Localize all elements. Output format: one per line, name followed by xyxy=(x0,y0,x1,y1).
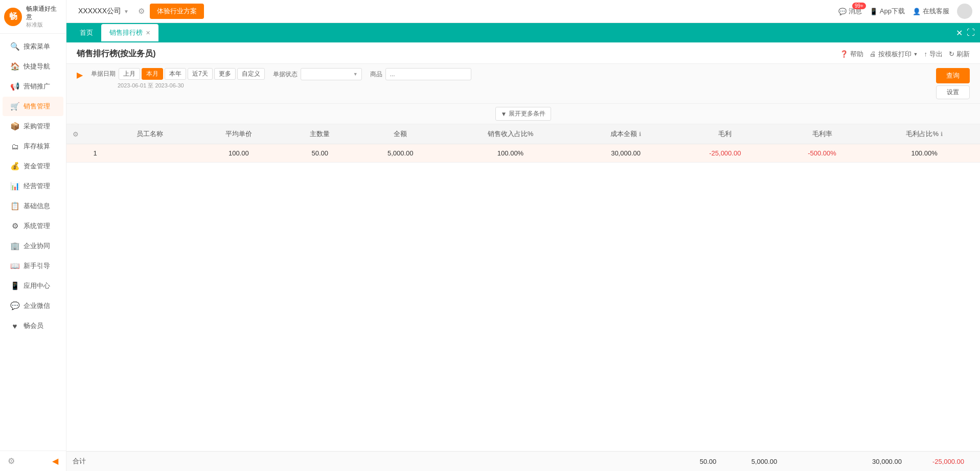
export-button[interactable]: ↑ 导出 xyxy=(924,50,943,59)
filter-collapse-btn[interactable]: ▶ xyxy=(77,68,83,80)
filter-settings-button[interactable]: 设置 xyxy=(936,85,970,99)
sidebar-item-enterprise[interactable]: 🏢 企业协同 xyxy=(3,236,63,256)
app-download-icon: 📱 xyxy=(870,8,878,15)
filter-action-buttons: 查询 设置 xyxy=(936,68,970,99)
tabbar-right-icons: ✕ ⛶ xyxy=(956,28,975,38)
cell-cost: 30,000.00 xyxy=(577,144,674,163)
sidebar-item-finance[interactable]: 💰 资金管理 xyxy=(3,156,63,176)
table-body: 1 100.00 50.00 5,000.00 100.00% 30,000.0… xyxy=(66,144,980,163)
collapse-arrow-icon[interactable]: ▶ xyxy=(77,70,83,80)
cell-qty: 50.00 xyxy=(283,144,357,163)
tab-sales-ranking[interactable]: 销售排行榜 ✕ xyxy=(101,24,158,41)
purchase-icon: 📦 xyxy=(10,122,19,131)
template-print-button[interactable]: 🖨 按模板打印 ▼ xyxy=(870,50,918,59)
cost-info-icon[interactable]: ℹ xyxy=(639,131,641,137)
export-icon: ↑ xyxy=(924,50,928,58)
sidebar-item-marketing[interactable]: 📢 营销推广 xyxy=(3,77,63,96)
goods-label: 商品 xyxy=(370,70,382,79)
logo-area: 畅 畅康通好生意 标准版 xyxy=(0,0,66,34)
col-avg-price: 平均单价 xyxy=(194,124,283,144)
cell-profit-rate: -500.00% xyxy=(776,144,869,163)
service-label: 在线客服 xyxy=(923,7,949,16)
cell-employee xyxy=(105,144,194,163)
data-table: ⚙ 员工名称 平均单价 主数量 全额 销售收入占比% 成本全额 ℹ 毛利 毛利率 xyxy=(66,124,980,163)
expand-more-row: ▼ 展开更多条件 xyxy=(66,104,980,124)
cell-settings xyxy=(66,144,85,163)
sidebar-collapse-icon[interactable]: ◀ xyxy=(52,456,58,466)
operations-icon: 📊 xyxy=(10,182,19,191)
status-label: 单据状态 xyxy=(273,70,298,79)
sidebar-item-operations[interactable]: 📊 经营管理 xyxy=(3,176,63,196)
tab-close-icon[interactable]: ✕ xyxy=(146,30,150,36)
status-select-wrapper xyxy=(301,68,362,80)
finance-icon: 💰 xyxy=(10,162,19,171)
date-range-display: 2023-06-01 至 2023-06-30 xyxy=(91,82,265,89)
date-btn-more[interactable]: 更多 xyxy=(214,68,236,80)
footer-label: 合计 xyxy=(73,457,103,466)
sidebar-item-apps[interactable]: 📱 应用中心 xyxy=(3,276,63,296)
sidebar-footer: ⚙ ◀ xyxy=(0,451,66,471)
goods-input[interactable] xyxy=(385,68,471,80)
date-btn-this-year[interactable]: 本年 xyxy=(165,68,186,80)
profit-pct-info-icon[interactable]: ℹ xyxy=(941,131,943,137)
date-btn-custom[interactable]: 自定义 xyxy=(237,68,265,80)
tab-home[interactable]: 首页 xyxy=(72,24,101,41)
footer-amount: 5,000.00 xyxy=(739,458,790,465)
topbar-gear-icon[interactable]: ⚙ xyxy=(138,7,145,16)
sidebar-item-wechat[interactable]: 💬 企业微信 xyxy=(3,296,63,316)
help-icon: ❓ xyxy=(840,50,848,58)
sidebar-item-quick-nav[interactable]: 🏠 快捷导航 xyxy=(3,57,63,76)
tab-close-window-icon[interactable]: ✕ xyxy=(956,28,963,38)
company-name: XXXXXX公司 xyxy=(78,7,121,16)
header-actions: ❓ 帮助 🖨 按模板打印 ▼ ↑ 导出 ↻ 刷新 xyxy=(840,50,970,59)
tab-fullscreen-icon[interactable]: ⛶ xyxy=(967,28,975,38)
sidebar-item-guide[interactable]: 📖 新手引导 xyxy=(3,256,63,276)
expand-more-button[interactable]: ▼ 展开更多条件 xyxy=(495,107,552,121)
message-icon: 💬 xyxy=(838,8,847,15)
sidebar-item-basic[interactable]: 📋 基础信息 xyxy=(3,196,63,216)
col-employee: 员工名称 xyxy=(105,124,194,144)
sidebar-item-search[interactable]: 🔍 搜索菜单 xyxy=(3,37,63,56)
sidebar-item-system[interactable]: ⚙ 系统管理 xyxy=(3,216,63,236)
date-btn-last-month[interactable]: 上月 xyxy=(119,68,140,80)
user-avatar[interactable] xyxy=(957,4,972,19)
sidebar-item-inventory[interactable]: 🗂 库存核算 xyxy=(3,137,63,156)
table-footer: 合计 50.00 5,000.00 30,000.00 -25,000.00 xyxy=(66,451,980,471)
sidebar-settings-icon[interactable]: ⚙ xyxy=(8,456,15,466)
app-download-button[interactable]: 📱 App下载 xyxy=(870,7,905,16)
col-amount: 全额 xyxy=(357,124,444,144)
col-sales-pct: 销售收入占比% xyxy=(444,124,577,144)
col-settings[interactable]: ⚙ xyxy=(66,124,85,144)
date-btn-7days[interactable]: 近7天 xyxy=(188,68,213,80)
cell-profit-pct: 100.00% xyxy=(869,144,980,163)
system-icon: ⚙ xyxy=(10,221,19,231)
service-icon: 👤 xyxy=(913,8,921,15)
cell-amount: 5,000.00 xyxy=(357,144,444,163)
online-service-button[interactable]: 👤 在线客服 xyxy=(913,7,949,16)
footer-qty: 50.00 xyxy=(688,458,728,465)
logo-icon: 畅 xyxy=(4,8,22,26)
refresh-icon: ↻ xyxy=(949,50,954,58)
query-button[interactable]: 查询 xyxy=(936,68,970,83)
col-cost: 成本全额 ℹ xyxy=(577,124,674,144)
refresh-button[interactable]: ↻ 刷新 xyxy=(949,50,970,59)
status-select[interactable] xyxy=(301,68,362,80)
guide-icon: 📖 xyxy=(10,261,19,271)
message-button[interactable]: 💬 消息 99+ xyxy=(838,7,862,16)
sidebar-item-purchase[interactable]: 📦 采购管理 xyxy=(3,117,63,136)
sales-icon: 🛒 xyxy=(10,102,19,111)
trial-button[interactable]: 体验行业方案 xyxy=(150,4,204,19)
table-header-row: ⚙ 员工名称 平均单价 主数量 全额 销售收入占比% 成本全额 ℹ 毛利 毛利率 xyxy=(66,124,980,144)
topbar: XXXXXX公司 ▼ ⚙ 体验行业方案 💬 消息 99+ 📱 App下载 👤 在… xyxy=(66,0,980,23)
date-filter-row: 单据日期 上月 本月 本年 近7天 更多 自定义 xyxy=(91,68,265,80)
date-buttons: 上月 本月 本年 近7天 更多 自定义 xyxy=(119,68,265,80)
sidebar: 畅 畅康通好生意 标准版 🔍 搜索菜单 🏠 快捷导航 📢 营销推广 🛒 销售管理… xyxy=(0,0,66,471)
help-button[interactable]: ❓ 帮助 xyxy=(840,50,863,59)
sidebar-item-member[interactable]: ♥ 畅会员 xyxy=(3,316,63,335)
date-btn-this-month[interactable]: 本月 xyxy=(142,68,163,80)
company-selector[interactable]: XXXXXX公司 ▼ xyxy=(74,5,133,18)
enterprise-icon: 🏢 xyxy=(10,241,19,251)
print-icon: 🖨 xyxy=(870,50,876,58)
topbar-right: 💬 消息 99+ 📱 App下载 👤 在线客服 xyxy=(838,4,972,19)
sidebar-item-sales[interactable]: 🛒 销售管理 xyxy=(3,97,63,116)
